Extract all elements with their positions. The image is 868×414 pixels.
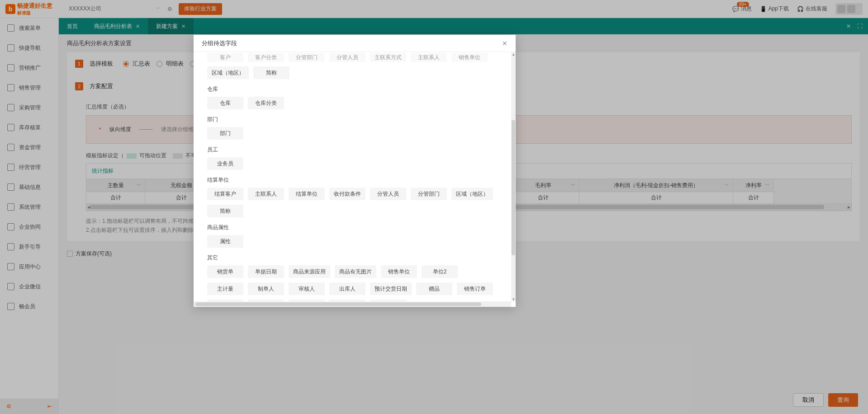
- field-chip[interactable]: 仓库: [207, 97, 243, 109]
- modal-horizontal-scrollbar[interactable]: [194, 301, 511, 307]
- field-chip[interactable]: 商品来源应用: [289, 265, 330, 278]
- field-chip[interactable]: 出库人: [329, 282, 365, 295]
- field-chip[interactable]: 主计量: [207, 282, 243, 295]
- field-chip[interactable]: 分管部门: [411, 188, 447, 200]
- field-chip[interactable]: 单据日期: [248, 265, 284, 278]
- field-chip[interactable]: 业务员: [207, 157, 243, 170]
- field-chip[interactable]: 单位2: [422, 265, 458, 278]
- field-chip[interactable]: 结算客户: [207, 188, 243, 200]
- field-chip[interactable]: 主联系方式: [370, 53, 406, 62]
- partial-row: 客户客户分类分管部门分管人员主联系方式主联系人销售单位: [207, 53, 516, 62]
- group-field-modal: 分组待选字段 ✕ 客户客户分类分管部门分管人员主联系方式主联系人销售单位 区域（…: [194, 35, 516, 307]
- field-chip[interactable]: 销售单位: [381, 265, 417, 278]
- chip-short[interactable]: 简称: [253, 66, 289, 79]
- modal-title: 分组待选字段: [202, 39, 237, 47]
- scroll-thumb[interactable]: [195, 302, 481, 306]
- modal-body: 客户客户分类分管部门分管人员主联系方式主联系人销售单位 区域（地区） 简称 仓库…: [194, 52, 516, 307]
- close-icon[interactable]: ✕: [502, 40, 508, 47]
- field-chip[interactable]: 预计交货日期: [370, 282, 412, 295]
- field-chip[interactable]: 属性: [207, 235, 243, 248]
- field-chip[interactable]: 客户: [207, 53, 243, 62]
- field-chip[interactable]: 主联系人: [411, 53, 447, 62]
- field-chip[interactable]: 审核人: [289, 282, 325, 295]
- field-chip[interactable]: 主联系人: [248, 188, 284, 200]
- group-attr-title: 商品属性: [207, 224, 516, 231]
- field-chip[interactable]: 区域（地区）: [451, 188, 493, 200]
- field-chip[interactable]: 简称: [207, 205, 243, 217]
- field-chip[interactable]: 分管部门: [289, 53, 325, 62]
- field-chip[interactable]: 分管人员: [329, 53, 365, 62]
- field-chip[interactable]: 收付款条件: [329, 188, 365, 200]
- group-settle-title: 结算单位: [207, 176, 516, 184]
- scroll-down-icon[interactable]: ▾: [511, 297, 516, 301]
- group-other-title: 其它: [207, 254, 516, 262]
- field-chip[interactable]: 仓库分类: [248, 97, 284, 109]
- field-chip[interactable]: 制单人: [248, 282, 284, 295]
- field-chip[interactable]: 分管人员: [370, 188, 406, 200]
- modal-vertical-scrollbar[interactable]: ▴ ▾: [511, 52, 516, 301]
- field-chip[interactable]: 销售订单: [457, 282, 493, 295]
- modal-header: 分组待选字段 ✕: [194, 35, 516, 52]
- chip-region[interactable]: 区域（地区）: [207, 66, 249, 79]
- field-chip[interactable]: 销售单位: [451, 53, 488, 62]
- field-chip[interactable]: 赠品: [416, 282, 452, 295]
- group-warehouse-title: 仓库: [207, 85, 516, 93]
- scroll-up-icon[interactable]: ▴: [511, 52, 516, 56]
- field-chip[interactable]: 客户分类: [248, 53, 284, 62]
- scroll-thumb[interactable]: [512, 120, 515, 255]
- field-chip[interactable]: 结算单位: [289, 188, 325, 200]
- field-chip[interactable]: 销货单: [207, 265, 243, 278]
- field-chip[interactable]: 部门: [207, 127, 243, 140]
- group-emp-title: 员工: [207, 146, 516, 154]
- group-dept-title: 部门: [207, 116, 516, 123]
- field-chip[interactable]: 商品有无图片: [335, 265, 376, 278]
